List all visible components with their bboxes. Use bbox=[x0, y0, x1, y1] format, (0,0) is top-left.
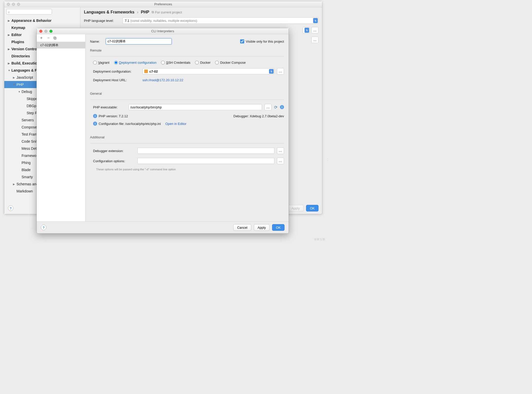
tree-item-label: Plugins bbox=[11, 40, 24, 44]
watermark: 创新互联 bbox=[314, 238, 325, 241]
tree-item-label: Servers bbox=[22, 118, 34, 122]
deploy-host-url: ssh://root@172.20.10.12:22 bbox=[143, 78, 183, 82]
radio-vagrant[interactable]: Vagrant bbox=[93, 61, 110, 64]
tree-item-label: Directories bbox=[11, 54, 30, 58]
tree-item-label: Version Control bbox=[11, 47, 38, 51]
debugger-text: Debugger: Xdebug 2.7.0beta2-dev bbox=[234, 114, 284, 118]
ok-button[interactable]: OK bbox=[306, 205, 318, 211]
interpreter-list-panel: ＋ － ⧉ c7-02的脚本 bbox=[37, 34, 85, 221]
help-button[interactable]: ? bbox=[41, 225, 46, 230]
php-exec-label: PHP executable: bbox=[93, 105, 126, 109]
chevron-updown-icon: ⇅ bbox=[305, 28, 309, 33]
radio-docker-compose[interactable]: Docker Compose bbox=[215, 61, 245, 64]
browse-cfg-opts-button[interactable]: … bbox=[277, 158, 284, 164]
add-button[interactable]: ＋ bbox=[39, 35, 43, 41]
tree-item[interactable]: Appearance & Behavior bbox=[4, 17, 80, 24]
minimize-icon[interactable] bbox=[12, 3, 15, 6]
browse-deploy-button[interactable]: … bbox=[277, 68, 284, 75]
cancel-button[interactable]: Cancel bbox=[233, 224, 251, 231]
info-icon: i bbox=[93, 114, 97, 118]
tree-item-label: Keymap bbox=[11, 26, 25, 30]
server-icon bbox=[144, 70, 148, 73]
tree-item-label: Blade bbox=[22, 168, 31, 172]
tree-item-label: Editor bbox=[11, 33, 22, 37]
disclosure-icon bbox=[8, 34, 11, 36]
breadcrumb-section: Languages & Frameworks bbox=[84, 10, 134, 14]
info-icon[interactable]: i bbox=[280, 105, 284, 109]
chevron-updown-icon: ⇅ bbox=[313, 18, 318, 23]
apply-button[interactable]: Apply bbox=[254, 224, 270, 231]
general-section-title: General bbox=[90, 92, 284, 95]
search-icon: ⌕ bbox=[8, 10, 10, 14]
copy-button[interactable]: ⧉ bbox=[54, 36, 56, 40]
traffic-lights bbox=[39, 30, 52, 33]
cli-titlebar: CLI Interpreters bbox=[37, 28, 289, 34]
prefs-search-input[interactable] bbox=[6, 9, 52, 14]
disclosure-icon bbox=[8, 48, 11, 51]
browse-interpreter-button[interactable]: … bbox=[311, 27, 318, 34]
disclosure-icon bbox=[13, 183, 16, 186]
remote-section-title: Remote bbox=[90, 48, 284, 52]
chevron-updown-icon: ⇅ bbox=[269, 69, 274, 74]
radio-docker[interactable]: Docker bbox=[195, 61, 210, 64]
close-icon[interactable] bbox=[7, 3, 10, 6]
cfg-opts-input[interactable] bbox=[137, 158, 274, 164]
tree-item-label: Debug bbox=[22, 90, 32, 94]
config-file-text: Configuration file: /usr/local/php/etc/p… bbox=[99, 122, 161, 126]
scope-icon: ⧉ bbox=[152, 10, 154, 14]
radio-deployment[interactable]: Deployment configuration bbox=[114, 61, 156, 64]
additional-section-title: Additional bbox=[90, 135, 284, 139]
cfg-opts-label: Configuration options: bbox=[93, 159, 135, 163]
zoom-icon[interactable] bbox=[17, 3, 20, 6]
visible-only-checkbox[interactable]: Visible only for this project bbox=[240, 39, 284, 43]
cli-interpreter-select[interactable]: ⇅ bbox=[303, 27, 310, 34]
browse-dbg-ext-button[interactable]: … bbox=[277, 147, 284, 154]
radio-ssh[interactable]: SSH Credentials bbox=[161, 61, 190, 64]
tree-item-label: PHP bbox=[16, 83, 24, 87]
tree-item-label: Composer bbox=[22, 125, 38, 129]
info-icon: i bbox=[93, 122, 97, 126]
dbg-ext-input[interactable] bbox=[137, 148, 274, 154]
ghost-frac: 1/ bbox=[327, 157, 328, 161]
tree-item-label: JavaScript bbox=[16, 75, 33, 79]
php-level-select[interactable]: 7.1 (const visibility, nullables, multip… bbox=[122, 17, 318, 24]
zoom-icon[interactable] bbox=[49, 30, 52, 33]
minimize-icon bbox=[44, 30, 47, 33]
prefs-title: Preferences bbox=[154, 2, 172, 6]
name-input[interactable] bbox=[106, 38, 172, 44]
close-icon[interactable] bbox=[39, 30, 42, 33]
browse-button[interactable]: … bbox=[311, 37, 318, 43]
reload-icon[interactable]: ⟳ bbox=[274, 105, 277, 110]
prefs-titlebar: Preferences bbox=[4, 1, 322, 7]
disclosure-icon bbox=[8, 69, 11, 72]
dbg-ext-label: Debugger extension: bbox=[93, 149, 135, 153]
interpreter-list-item[interactable]: c7-02的脚本 bbox=[37, 42, 85, 48]
php-exec-input[interactable] bbox=[129, 104, 262, 110]
apply-button[interactable]: Apply bbox=[288, 205, 304, 211]
breadcrumb-page: PHP bbox=[141, 10, 149, 14]
tree-item-label: Smarty bbox=[22, 175, 33, 179]
name-label: Name: bbox=[90, 40, 103, 43]
tree-item-label: Phing bbox=[22, 161, 31, 165]
traffic-lights bbox=[7, 3, 20, 6]
disclosure-icon bbox=[8, 62, 11, 65]
scope-note: ⧉ For current project bbox=[152, 10, 182, 14]
help-button[interactable]: ? bbox=[8, 205, 13, 211]
breadcrumb: Languages & Frameworks › PHP ⧉ For curre… bbox=[84, 10, 318, 14]
browse-php-exec-button[interactable]: … bbox=[264, 104, 272, 110]
disclosure-icon bbox=[13, 76, 16, 79]
deploy-host-label: Deployment Host URL: bbox=[93, 78, 140, 82]
deploy-cfg-label: Deployment configuration: bbox=[93, 70, 140, 73]
cli-title: CLI Interpreters bbox=[151, 29, 174, 33]
disclosure-icon bbox=[13, 83, 16, 86]
deploy-cfg-select[interactable]: c7-02 ⇅ bbox=[143, 68, 274, 74]
ok-button[interactable]: OK bbox=[272, 224, 285, 231]
options-note: These options will be passed using the "… bbox=[90, 168, 284, 171]
disclosure-icon bbox=[18, 90, 22, 93]
disclosure-icon bbox=[8, 19, 11, 22]
remove-button[interactable]: － bbox=[46, 35, 50, 41]
open-in-editor-link[interactable]: Open in Editor bbox=[165, 122, 186, 126]
tree-item-label: Appearance & Behavior bbox=[11, 19, 51, 23]
tree-item-label: Markdown bbox=[16, 189, 33, 193]
cli-interpreters-dialog: CLI Interpreters ＋ － ⧉ c7-02的脚本 Name: bbox=[37, 28, 289, 234]
